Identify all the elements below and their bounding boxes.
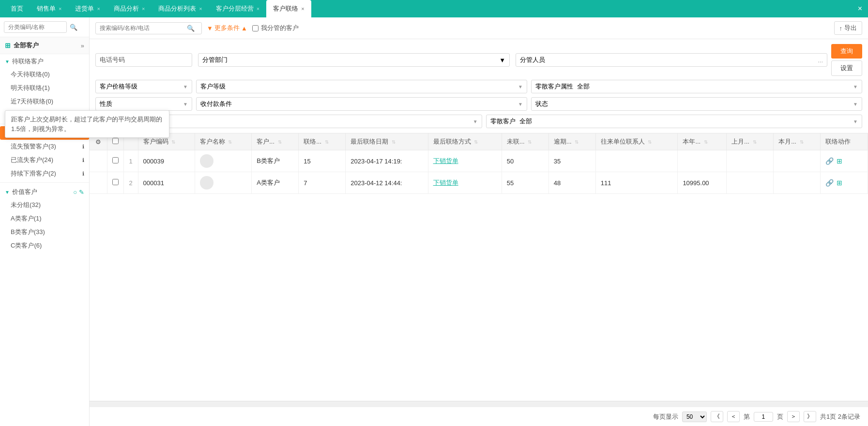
retail-caret: ▼ <box>853 119 858 124</box>
first-page-button[interactable]: 《 <box>711 411 723 422</box>
row2-this-year: 10995.00 <box>678 172 727 194</box>
row1-settings <box>90 150 107 172</box>
row1-last-method[interactable]: 下销货单 <box>428 150 502 172</box>
row1-select[interactable] <box>112 157 119 163</box>
sort-icon-not-contact[interactable]: ⇅ <box>528 139 532 145</box>
row2-last-method[interactable]: 下销货单 <box>428 172 502 194</box>
nav-item-home[interactable]: 首页 <box>4 0 30 17</box>
row2-grid-icon[interactable]: ⊞ <box>837 179 842 187</box>
sort-icon-last-date[interactable]: ⇅ <box>392 139 396 145</box>
sidebar-search-area: 🔍 <box>0 17 89 37</box>
nav-label-customer-contact: 客户联络 <box>273 4 298 13</box>
nav-label-sales: 销售单 <box>37 4 56 13</box>
my-customers-label: 我分管的客户 <box>261 24 299 32</box>
close-icon-product-list[interactable]: × <box>199 6 202 12</box>
sidebar-item-tomorrow[interactable]: 明天待联络(1) <box>0 81 89 95</box>
sort-icon-contact[interactable]: ⇅ <box>325 139 329 145</box>
sidebar-item-today[interactable]: 今天待联络(0) <box>0 68 89 81</box>
row1-last-month <box>727 150 774 172</box>
close-icon-customer-tier[interactable]: × <box>257 6 259 12</box>
row1-grid-icon[interactable]: ⊞ <box>837 157 842 165</box>
price-level-field[interactable]: 客户价格等级 ▼ <box>95 80 192 93</box>
sidebar-item-b[interactable]: B类客户(33) <box>0 225 89 239</box>
search-input[interactable] <box>100 25 187 31</box>
sidebar-item-a[interactable]: A类客户(1) <box>0 212 89 225</box>
prev-page-button[interactable]: ＜ <box>727 411 740 422</box>
more-caret-icon: ▲ <box>241 25 247 32</box>
gender-caret: ▼ <box>183 102 188 107</box>
select-all-checkbox[interactable] <box>112 138 119 144</box>
close-icon-sales[interactable]: × <box>59 6 61 12</box>
more-conditions-btn[interactable]: ▼ 更多条件 ▲ <box>207 24 247 32</box>
edit-icon-value-group[interactable]: ○ <box>73 189 77 196</box>
sidebar-pending-group[interactable]: ▼ 待联络客户 <box>0 54 89 68</box>
my-customers-checkbox[interactable] <box>252 25 259 31</box>
sidebar-value-group[interactable]: ▼ 价值客户 ○ ✎ <box>0 185 89 198</box>
close-icon-customer-contact[interactable]: × <box>301 6 304 12</box>
sort-icon-this-month[interactable]: ⇅ <box>800 139 804 145</box>
nav-item-product-list[interactable]: 商品分析列表 × <box>152 0 209 17</box>
payment-caret: ▼ <box>518 102 523 107</box>
next-page-button[interactable]: ＞ <box>787 411 800 422</box>
page-size-select[interactable]: 50 20 100 <box>682 411 707 422</box>
sort-icon-code[interactable]: ⇅ <box>171 139 175 145</box>
payment-field[interactable]: 收付款条件 ▼ <box>196 97 527 111</box>
search-submit-icon[interactable]: 🔍 <box>187 25 195 32</box>
row2-name <box>195 172 251 194</box>
sort-icon-type[interactable]: ⇅ <box>278 139 282 145</box>
row1-checkbox[interactable] <box>107 150 123 172</box>
horizontal-scrollbar[interactable] <box>90 401 868 407</box>
gender-field[interactable]: 性质 ▼ <box>95 97 192 111</box>
retail-attr-field[interactable]: 零散客户属性 全部 ▼ <box>531 80 862 93</box>
row2-select[interactable] <box>112 179 119 185</box>
sort-icon-this-year[interactable]: ⇅ <box>704 139 708 145</box>
close-icon-purchase[interactable]: × <box>97 6 100 12</box>
config-icon-value-group[interactable]: ✎ <box>79 189 84 196</box>
nav-item-sales[interactable]: 销售单 × <box>30 0 68 17</box>
sidebar-item-7days[interactable]: 近7天待联络(0) <box>0 95 89 108</box>
dept-field[interactable]: 分管部门 ▼ <box>198 53 510 67</box>
reset-button[interactable]: 设置 <box>831 60 862 76</box>
query-button[interactable]: 查询 <box>831 44 862 59</box>
customer-level-field[interactable]: 客户等级 ▼ <box>196 80 527 93</box>
person-field[interactable]: 分管人员 ... <box>516 53 827 67</box>
customer-level-label: 客户等级 <box>200 82 226 91</box>
sort-icon-unit-contact[interactable]: ⇅ <box>648 139 652 145</box>
nav-item-product-analysis[interactable]: 商品分析 × <box>107 0 152 17</box>
nav-item-purchase[interactable]: 进货单 × <box>68 0 107 17</box>
last-page-button[interactable]: 》 <box>804 411 816 422</box>
sort-icon-name[interactable]: ⇅ <box>228 139 232 145</box>
main-layout: 🔍 ⊞ 全部客户 » ▼ 待联络客户 今天待联络(0) 明天待联络(1) 近7天… <box>0 17 868 426</box>
row1-num: 1 <box>123 150 138 172</box>
row2-overdue: 48 <box>548 172 595 194</box>
window-close-icon[interactable]: × <box>858 4 862 13</box>
sidebar-collapse-icon[interactable]: » <box>81 42 84 49</box>
sort-icon-overdue[interactable]: ⇅ <box>575 139 579 145</box>
close-icon-product-analysis[interactable]: × <box>142 6 145 12</box>
export-button[interactable]: ↑ 导出 <box>834 21 863 35</box>
price-level-caret: ▼ <box>183 84 188 89</box>
nav-item-customer-contact[interactable]: 客户联络 × <box>266 0 311 17</box>
sidebar-item-lost-pre[interactable]: 流失预警客户(3) ℹ <box>0 140 89 153</box>
retail-field[interactable]: 零散客户 全部 ▼ <box>486 115 862 128</box>
nav-item-customer-tier[interactable]: 客户分层经营 × <box>209 0 266 17</box>
sidebar-item-already-lost[interactable]: 已流失客户(24) ℹ <box>0 153 89 167</box>
row1-this-year <box>678 150 727 172</box>
phone-field[interactable]: 电话号码 <box>95 53 192 67</box>
page-number-input[interactable] <box>754 412 773 422</box>
advanced-filter: 电话号码 分管部门 ▼ 分管人员 ... 查询 设置 <box>90 39 868 133</box>
sidebar-item-declining[interactable]: 持续下滑客户(2) ℹ <box>0 167 89 180</box>
sort-icon-last-month[interactable]: ⇅ <box>753 139 757 145</box>
retail-attr-label: 零散客户属性 <box>535 82 573 91</box>
sidebar-search-input[interactable] <box>4 21 67 33</box>
row1-link-icon[interactable]: 🔗 <box>825 157 834 165</box>
row2-checkbox[interactable] <box>107 172 123 194</box>
sort-icon-last-method[interactable]: ⇅ <box>474 139 478 145</box>
row2-link-icon[interactable]: 🔗 <box>825 179 834 187</box>
sidebar-search-icon[interactable]: 🔍 <box>70 24 77 31</box>
sidebar-item-c[interactable]: C类客户(6) <box>0 239 89 252</box>
sidebar-item-ungroup[interactable]: 未分组(32) <box>0 198 89 212</box>
status-field[interactable]: 状态 ▼ <box>531 97 862 111</box>
phone-label: 电话号码 <box>100 56 125 64</box>
customer-table: ⚙ 客户编码 ⇅ 客户名称 ⇅ 客户... ⇅ <box>90 133 868 194</box>
